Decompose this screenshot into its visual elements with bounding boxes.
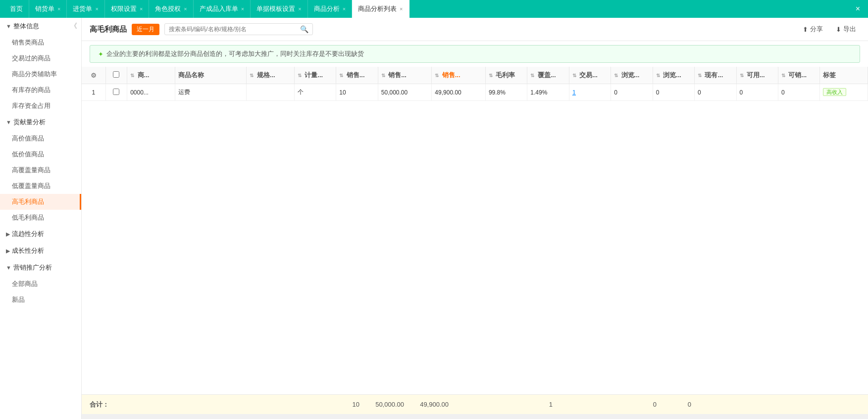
sidebar-group-overall[interactable]: ▼ 整体信息 [0, 18, 81, 35]
cell-sales-qty: 10 [336, 84, 378, 101]
th-sales-amount[interactable]: 销售... [378, 67, 432, 84]
select-all-checkbox[interactable] [113, 71, 119, 78]
th-browse1[interactable]: 浏览... [611, 67, 653, 84]
th-trade[interactable]: 交易... [569, 67, 611, 84]
sidebar-group-contribution[interactable]: ▼ 贡献量分析 [0, 114, 81, 131]
export-icon: ⬇ [836, 26, 841, 33]
tab-template-settings[interactable]: 单据模板设置 × [251, 0, 307, 18]
chevron-right-icon: ▶ [6, 248, 10, 254]
th-cover[interactable]: 覆盖... [527, 67, 569, 84]
top-navigation: 首页 销货单 × 进货单 × 权限设置 × 角色授权 × 产成品入库单 × 单据… [0, 0, 868, 18]
row-checkbox[interactable] [113, 89, 119, 95]
table-header-row: ⚙ 商... 商品名称 规格... [82, 67, 868, 84]
info-banner: ✦ 企业的主要的利润都是这部分商品创造的，可考虑加大推广，同时关注库存是不要出现… [90, 45, 860, 63]
th-sales-profit[interactable]: 销售... [432, 67, 486, 84]
footer-trade: 1 [521, 401, 556, 408]
th-name[interactable]: 商品名称 [175, 67, 247, 84]
footer-sales-profit: 49,900.00 [407, 401, 452, 408]
sidebar-item-traded-goods[interactable]: 交易过的商品 [0, 50, 81, 66]
cell-stock1: 0 [695, 84, 736, 101]
tab-finished-goods[interactable]: 产成品入库单 × [194, 0, 251, 18]
cell-stock2: 0 [736, 84, 778, 101]
search-input[interactable] [169, 26, 300, 33]
sidebar-group-marketing[interactable]: ▼ 营销推广分析 [0, 259, 81, 276]
cell-name: 运费 [175, 84, 247, 101]
close-icon[interactable]: × [241, 6, 244, 12]
tab-product-analysis[interactable]: 商品分析 × [308, 0, 352, 18]
trade-link[interactable]: 1 [572, 89, 576, 96]
tab-home[interactable]: 首页 [4, 0, 29, 18]
tab-permissions[interactable]: 权限设置 × [105, 0, 149, 18]
share-icon: ⬆ [803, 26, 808, 33]
tab-product-analysis-list[interactable]: 商品分析列表 × [352, 0, 409, 18]
sidebar-item-in-stock[interactable]: 有库存的商品 [0, 82, 81, 98]
data-table: ⚙ 商... 商品名称 规格... [82, 67, 868, 101]
tab-role-auth[interactable]: 角色授权 × [149, 0, 193, 18]
cell-sales-profit: 49,900.00 [432, 84, 486, 101]
search-box: 🔍 [164, 23, 313, 35]
th-stock2[interactable]: 可用... [736, 67, 778, 84]
cell-check [105, 84, 127, 101]
page-title: 高毛利商品 [90, 25, 127, 34]
sidebar-collapse-button[interactable]: 《 [70, 22, 77, 31]
tab-purchase-order[interactable]: 进货单 × [67, 0, 104, 18]
settings-icon[interactable]: ⚙ [91, 72, 97, 79]
close-icon[interactable]: × [95, 6, 98, 12]
cell-num: 1 [82, 84, 105, 101]
sidebar-item-high-margin[interactable]: 高毛利商品 [0, 194, 81, 210]
cell-browse1: 0 [611, 84, 653, 101]
horizontal-scrollbar[interactable] [82, 414, 868, 419]
footer-stock1: 0 [625, 401, 660, 408]
cell-spec [247, 84, 295, 101]
close-icon[interactable]: × [57, 6, 60, 12]
chevron-down-icon: ▼ [6, 23, 11, 29]
close-icon[interactable]: × [184, 6, 187, 12]
search-icon[interactable]: 🔍 [300, 25, 308, 33]
sidebar-group-trend[interactable]: ▶ 流趋性分析 [0, 226, 81, 242]
sidebar-item-sales-goods[interactable]: 销售类商品 [0, 35, 81, 50]
sidebar-item-low-coverage[interactable]: 低覆盖量商品 [0, 178, 81, 194]
footer-stock2: 0 [660, 401, 694, 408]
close-icon[interactable]: × [298, 6, 301, 12]
sidebar-item-all-goods[interactable]: 全部商品 [0, 276, 81, 292]
export-button[interactable]: ⬇ 导出 [832, 23, 860, 36]
cell-gross-rate: 99.8% [485, 84, 527, 101]
sidebar-group-growth[interactable]: ▶ 成长性分析 [0, 242, 81, 259]
window-close-button[interactable]: × [852, 4, 864, 13]
th-code[interactable]: 商... [127, 67, 175, 84]
sidebar: 《 ▼ 整体信息 销售类商品 交易过的商品 商品分类辅助率 有库存的商品 库存资… [0, 18, 82, 419]
th-tag: 标签 [820, 67, 868, 84]
sidebar-item-stock-capital[interactable]: 库存资金占用 [0, 98, 81, 114]
th-stock3[interactable]: 可销... [778, 67, 819, 84]
table-container: ⚙ 商... 商品名称 规格... [82, 67, 868, 394]
close-icon[interactable]: × [400, 6, 403, 12]
cell-cover: 1.49% [527, 84, 569, 101]
sidebar-item-low-margin[interactable]: 低毛利商品 [0, 210, 81, 226]
tab-sales-order[interactable]: 销货单 × [29, 0, 67, 18]
th-sales-qty[interactable]: 销售... [336, 67, 378, 84]
close-icon[interactable]: × [343, 6, 346, 12]
chevron-down-icon: ▼ [6, 119, 11, 125]
table-row: 1 0000... 运费 个 10 50,000.00 49,900.00 99… [82, 84, 868, 101]
sidebar-item-high-value[interactable]: 高价值商品 [0, 131, 81, 146]
th-num: ⚙ [82, 67, 105, 84]
sidebar-item-high-coverage[interactable]: 高覆盖量商品 [0, 162, 81, 178]
footer-bar: 合计： 10 50,000.00 49,900.00 1 0 0 [82, 394, 868, 414]
th-spec[interactable]: 规格... [247, 67, 295, 84]
th-stock1[interactable]: 现有... [695, 67, 736, 84]
cell-stock3: 0 [778, 84, 819, 101]
close-icon[interactable]: × [140, 6, 143, 12]
th-browse2[interactable]: 浏览... [653, 67, 694, 84]
footer-sales-amount: 50,000.00 [362, 401, 407, 408]
th-unit[interactable]: 计量... [294, 67, 336, 84]
sidebar-item-category-rate[interactable]: 商品分类辅助率 [0, 66, 81, 82]
footer-sales-qty: 10 [328, 401, 362, 408]
share-button[interactable]: ⬆ 分享 [799, 23, 827, 36]
filter-recent-month-button[interactable]: 近一月 [132, 24, 159, 35]
sidebar-item-low-value[interactable]: 低价值商品 [0, 146, 81, 162]
chevron-right-icon: ▶ [6, 231, 10, 237]
content-area: 高毛利商品 近一月 🔍 ⬆ 分享 ⬇ 导出 ✦ 企业的主要的利润都是这部分商品创… [82, 18, 868, 419]
sidebar-item-new-goods[interactable]: 新品 [0, 292, 81, 308]
main-layout: 《 ▼ 整体信息 销售类商品 交易过的商品 商品分类辅助率 有库存的商品 库存资… [0, 18, 868, 419]
th-gross-rate[interactable]: 毛利率 [485, 67, 527, 84]
